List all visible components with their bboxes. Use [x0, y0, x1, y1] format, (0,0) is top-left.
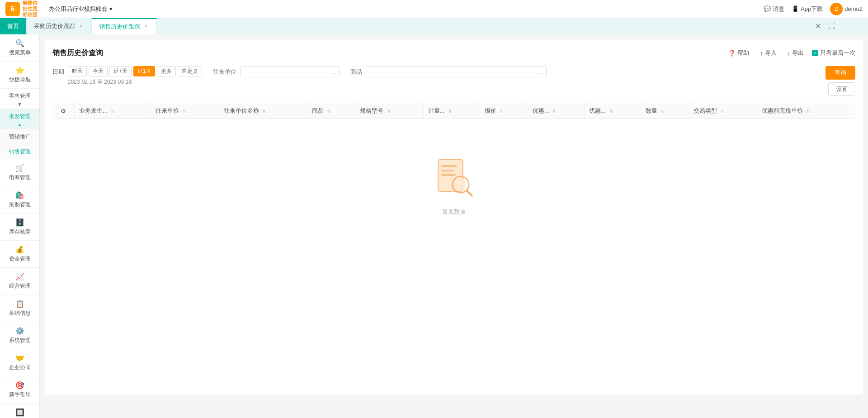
empty-illustration: [431, 155, 476, 200]
partner-filter-group: 往来单位 ...: [213, 66, 340, 77]
tab-home[interactable]: 首页: [0, 18, 27, 34]
filter-right-actions: 查询 设置: [826, 66, 855, 96]
sidebar-item-operation[interactable]: 📈 经营管理: [0, 268, 39, 295]
th-settings[interactable]: ⚙: [52, 103, 74, 119]
partner-input[interactable]: [240, 66, 340, 77]
export-button[interactable]: ↓ 导出: [785, 47, 807, 59]
date-btn-custom[interactable]: 自定义: [178, 66, 202, 76]
date-buttons: 昨天 今天 近7天 近1月 更多 自定义: [68, 66, 202, 76]
operation-icon: 📈: [15, 272, 24, 281]
sidebar-item-enterprise[interactable]: 🤝 企业协同: [0, 349, 39, 376]
th-no-tax-price[interactable]: 优惠前无税单价 ⇅: [757, 103, 855, 119]
th-spec[interactable]: 规格型号 ⇅: [355, 103, 424, 119]
goods-input-wrap: ...: [366, 66, 547, 77]
enterprise-icon: 🤝: [15, 354, 24, 362]
avatar: D: [830, 3, 843, 15]
fullscreen-icon[interactable]: ⛶: [826, 20, 837, 32]
empty-icon: [431, 155, 476, 200]
goods-input[interactable]: [366, 66, 547, 77]
th-quote-price[interactable]: 报价 ⇅: [480, 103, 528, 119]
sort-icon: ⇅: [609, 109, 613, 114]
tab-sales-history-close[interactable]: ×: [143, 24, 149, 30]
empty-state: 暂无数据: [52, 119, 855, 252]
date-range-display: 2023-02-18 至 2023-03-18: [68, 78, 202, 86]
sidebar-item-newbie[interactable]: 🎯 新手引导: [0, 376, 39, 404]
sort-icon: ⇅: [262, 109, 266, 114]
user-menu[interactable]: D demo2: [830, 3, 863, 15]
th-unit[interactable]: 计量... ⇅: [423, 103, 480, 119]
th-partner-code[interactable]: 往来单位 ⇅: [151, 103, 219, 119]
sidebar-item-inventory[interactable]: 🗄️ 库存核算: [0, 214, 39, 241]
th-discount1[interactable]: 优惠... ⇅: [528, 103, 585, 119]
sort-icon: ⇅: [327, 109, 330, 114]
date-btn-1month[interactable]: 近1月: [133, 66, 156, 76]
svg-rect-1: [441, 165, 457, 167]
date-options: 昨天 今天 近7天 近1月 更多 自定义 2023-02-18 至 2023-0…: [68, 66, 202, 86]
table-header-row: ⚙ 业务发生... ⇅ 往来单位 ⇅: [52, 103, 855, 119]
sidebar-item-system[interactable]: ⚙️ 系统管理: [0, 322, 39, 349]
tab-sales-history[interactable]: 销售历史价跟踪 ×: [92, 18, 157, 34]
sort-icon: ⇅: [552, 109, 556, 114]
page-card: 销售历史价查询 ❓ 帮助 ↑ 导入 ↓ 导出: [45, 40, 863, 394]
sidebar-item-search[interactable]: 🔍 搜索菜单: [0, 34, 39, 62]
th-biz-date[interactable]: 业务发生... ⇅: [74, 103, 151, 119]
tab-purchase-history-close[interactable]: ×: [78, 23, 84, 29]
sidebar-item-finance[interactable]: 💰 资金管理: [0, 241, 39, 268]
sort-icon: ⇅: [448, 109, 452, 114]
app-selector[interactable]: 办公用品行业模拟账套 ▾: [45, 3, 116, 15]
query-button[interactable]: 查询: [826, 66, 855, 80]
th-quantity[interactable]: 数量 ⇅: [641, 103, 689, 119]
th-trade-type[interactable]: 交易类型 ⇅: [689, 103, 757, 119]
sidebar-item-wholesale[interactable]: 批发管理 ▲: [0, 109, 39, 129]
sidebar-item-ecommerce[interactable]: 🛒 电商管理: [0, 159, 39, 186]
app-download-button[interactable]: 📱 App下载: [792, 5, 823, 13]
partner-input-dots[interactable]: ...: [331, 68, 337, 76]
page-content: 销售历史价查询 ❓ 帮助 ↑ 导入 ↓ 导出: [40, 34, 868, 418]
tab-purchase-history[interactable]: 采购历史价跟踪 ×: [27, 18, 92, 34]
sort-icon: ⇅: [111, 109, 114, 114]
date-filter-group: 日期 昨天 今天 近7天 近1月 更多 自定义 2023-02-18 至 202…: [52, 66, 202, 86]
date-btn-yesterday[interactable]: 昨天: [68, 66, 87, 76]
help-button[interactable]: ❓ 帮助: [726, 47, 752, 59]
sidebar-item-retail[interactable]: 零售管理 ▼: [0, 89, 39, 109]
sort-icon: ⇅: [721, 109, 724, 114]
only-last-checkbox-label[interactable]: ✓ 只看最后一次: [812, 49, 855, 57]
logo-area: 6 畅捷信好生意 标准版: [5, 0, 42, 18]
th-partner-name[interactable]: 往来单位名称 ⇅: [219, 103, 307, 119]
filter-row: 日期 昨天 今天 近7天 近1月 更多 自定义 2023-02-18 至 202…: [52, 66, 855, 96]
sort-icon: ⇅: [807, 109, 810, 114]
import-button[interactable]: ↑ 导入: [757, 47, 779, 59]
goods-input-dots[interactable]: ...: [538, 68, 544, 76]
page-actions: ❓ 帮助 ↑ 导入 ↓ 导出 ✓ 只看最后一次: [726, 47, 855, 59]
close-all-tabs-icon[interactable]: ✕: [813, 20, 823, 32]
sidebar-item-basic[interactable]: 📋 基础信息: [0, 295, 39, 322]
appstore-icon: 🔲: [15, 408, 24, 417]
top-bar-right: 💬 消息 📱 App下载 D demo2: [764, 3, 863, 15]
svg-rect-3: [441, 174, 456, 176]
main-layout: 🔍 搜索菜单 ⭐ 快捷导航 零售管理 ▼ 批发管理 ▲ 营销推广 销售管理 🛒 …: [0, 34, 868, 418]
th-discount2[interactable]: 优惠... ⇅: [584, 103, 641, 119]
sidebar-item-marketing[interactable]: 营销推广: [0, 129, 39, 144]
gear-icon: ⚙: [61, 108, 66, 114]
finance-icon: 💰: [15, 245, 24, 254]
partner-filter-label: 往来单位: [213, 66, 236, 76]
sidebar-item-shortcut[interactable]: ⭐ 快捷导航: [0, 62, 39, 89]
sidebar-item-appstore[interactable]: 🔲 应用中心: [0, 404, 39, 418]
logo-icon: 6: [5, 2, 20, 16]
setting-button[interactable]: 设置: [828, 82, 855, 96]
date-btn-7days[interactable]: 近7天: [109, 66, 132, 76]
date-btn-today[interactable]: 今天: [89, 66, 108, 76]
th-goods[interactable]: 商品 ⇅: [307, 103, 355, 119]
svg-line-6: [467, 190, 472, 196]
search-icon: 🔍: [15, 39, 24, 48]
system-icon: ⚙️: [15, 327, 24, 335]
tab-bar-actions: ✕ ⛶: [813, 20, 841, 32]
sidebar-item-purchase[interactable]: 🛍️ 采购管理: [0, 186, 39, 214]
date-btn-more[interactable]: 更多: [157, 66, 176, 76]
chevron-down-icon: ▾: [109, 5, 113, 12]
chevron-down-icon: ▼: [18, 102, 22, 107]
sidebar-item-sales-mgmt[interactable]: 销售管理: [0, 144, 39, 159]
sort-icon: ⇅: [500, 109, 503, 114]
message-button[interactable]: 💬 消息: [764, 5, 784, 13]
ecommerce-icon: 🛒: [15, 164, 24, 172]
